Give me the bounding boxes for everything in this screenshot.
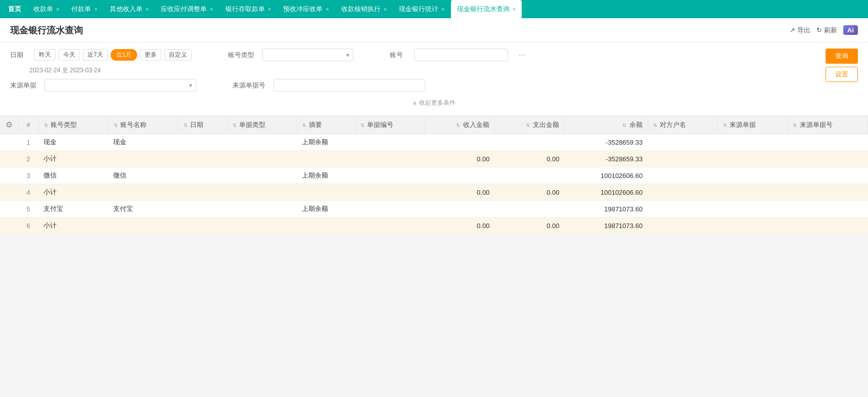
sort-icon-source-doc: ⇅ — [723, 122, 727, 128]
col-source-doc-no[interactable]: ⇅ 来源单据号 — [787, 116, 867, 134]
table-row[interactable]: 6小计0.000.0019871073.60 — [0, 217, 868, 234]
cell-date — [178, 167, 227, 184]
account-type-select-wrapper — [262, 49, 353, 61]
cell-index: 2 — [18, 151, 38, 167]
col-date[interactable]: ⇅ 日期 — [178, 116, 227, 134]
close-other-income-icon[interactable]: × — [146, 6, 149, 12]
nav-item-cash-flow[interactable]: 现金银行流水查询 × — [451, 0, 522, 18]
cell-row-actions — [0, 184, 18, 201]
close-prepay-offset-icon[interactable]: × — [326, 6, 329, 12]
date-btn-7days[interactable]: 近7天 — [83, 49, 108, 61]
cell-date — [178, 184, 227, 201]
cell-account-name — [108, 151, 178, 167]
col-summary[interactable]: ⇅ 摘要 — [297, 116, 355, 134]
sort-icon-doc-no: ⇅ — [360, 122, 364, 128]
cell-expense: 0.00 — [494, 184, 564, 201]
nav-item-other-income[interactable]: 其他收入单 × — [104, 0, 155, 18]
cell-source-doc-no — [787, 201, 867, 217]
col-account-type[interactable]: ⇅ 账号类型 — [38, 116, 108, 134]
col-balance[interactable]: ⇅ 余额 — [565, 116, 648, 134]
col-balance-label: 余额 — [629, 121, 643, 128]
account-more-icon[interactable]: ··· — [518, 51, 525, 60]
table-row[interactable]: 5支付宝支付宝上期余额19871073.60 — [0, 201, 868, 217]
col-doc-no-label: 单据编号 — [367, 121, 393, 128]
nav-label-prepay-offset: 预收冲应收单 — [283, 5, 323, 14]
table-row[interactable]: 1现金现金上期余额-3528659.33 — [0, 134, 868, 151]
top-navigation: 首页 收款单 × 付款单 × 其他收入单 × 应收应付调整单 × 银行存取款单 … — [0, 0, 868, 18]
sort-icon-balance: ⇅ — [622, 122, 626, 128]
nav-label-cash-stats: 现金银行统计 — [399, 5, 438, 14]
date-btn-custom[interactable]: 自定义 — [164, 49, 192, 61]
cell-counterparty — [648, 134, 717, 151]
refresh-button[interactable]: ↻ 刷新 — [816, 26, 837, 35]
cell-source-doc — [717, 201, 787, 217]
cell-expense — [494, 134, 564, 151]
date-btn-yesterday[interactable]: 昨天 — [34, 49, 56, 61]
cell-row-actions — [0, 167, 18, 184]
table-row[interactable]: 2小计0.000.00-3528659.33 — [0, 151, 868, 167]
col-source-doc[interactable]: ⇅ 来源单据 — [717, 116, 787, 134]
col-counterparty[interactable]: ⇅ 对方户名 — [648, 116, 717, 134]
nav-item-prepay-offset[interactable]: 预收冲应收单 × — [277, 0, 335, 18]
collapse-bar[interactable]: ∧ 收起更多条件 — [10, 97, 858, 109]
cell-account-name — [108, 217, 178, 234]
nav-label-ar-ap-adjust: 应收应付调整单 — [161, 5, 207, 14]
source-doc-no-input[interactable] — [273, 79, 425, 92]
date-btn-more[interactable]: 更多 — [140, 49, 161, 61]
close-cash-flow-icon[interactable]: × — [513, 6, 516, 12]
col-settings[interactable]: ⚙ — [0, 116, 18, 134]
close-payment-icon[interactable]: × — [94, 6, 97, 12]
cell-doc-type — [227, 184, 297, 201]
cell-row-actions — [0, 201, 18, 217]
account-input[interactable] — [414, 49, 508, 61]
close-ar-ap-adjust-icon[interactable]: × — [210, 6, 213, 12]
close-receipt-verify-icon[interactable]: × — [384, 6, 387, 12]
cell-doc-no — [355, 217, 425, 234]
nav-label-other-income: 其他收入单 — [110, 5, 143, 14]
col-doc-type[interactable]: ⇅ 单据类型 — [227, 116, 297, 134]
account-type-select[interactable] — [262, 49, 353, 61]
export-icon: ↗ — [790, 26, 795, 34]
nav-item-receipt-verify[interactable]: 收款核销执行 × — [335, 0, 393, 18]
cell-source-doc — [717, 151, 787, 167]
cell-date — [178, 151, 227, 167]
nav-item-cash-stats[interactable]: 现金银行统计 × — [393, 0, 450, 18]
filter-row-1: 日期 昨天 今天 近7天 近1月 更多 自定义 账号类型 账号 — [10, 49, 815, 61]
ai-button[interactable]: Ai — [843, 25, 858, 35]
close-bank-deposit-icon[interactable]: × — [268, 6, 271, 12]
date-label: 日期 — [10, 51, 26, 60]
query-button[interactable]: 查询 — [826, 49, 858, 64]
close-receipt-icon[interactable]: × — [56, 6, 59, 12]
nav-item-bank-deposit[interactable]: 银行存取款单 × — [219, 0, 277, 18]
nav-item-payment[interactable]: 付款单 × — [65, 0, 103, 18]
col-source-doc-no-label: 来源单据号 — [800, 121, 833, 128]
date-range-display: 2023-02-24 至 2023-03-24 — [29, 67, 101, 74]
cell-account-name: 现金 — [108, 134, 178, 151]
sort-icon-expense: ⇅ — [526, 122, 530, 128]
cell-expense: 0.00 — [494, 151, 564, 167]
settings-gear-icon[interactable]: ⚙ — [6, 120, 13, 129]
settings-button[interactable]: 设置 — [826, 67, 858, 82]
col-income[interactable]: ⇅ 收入金额 — [425, 116, 494, 134]
date-btn-1month[interactable]: 近1月 — [111, 49, 138, 61]
col-doc-no[interactable]: ⇅ 单据编号 — [355, 116, 425, 134]
table-row[interactable]: 4小计0.000.00100102606.60 — [0, 184, 868, 201]
col-expense[interactable]: ⇅ 支出金额 — [494, 116, 564, 134]
col-account-name[interactable]: ⇅ 账号名称 — [108, 116, 178, 134]
table-row[interactable]: 3微信微信上期余额100102606.60 — [0, 167, 868, 184]
cell-counterparty — [648, 167, 717, 184]
export-button[interactable]: ↗ 导出 — [790, 26, 810, 35]
col-account-type-label: 账号类型 — [51, 121, 77, 128]
close-cash-stats-icon[interactable]: × — [441, 6, 444, 12]
account-type-label: 账号类型 — [228, 51, 254, 60]
source-doc-no-label: 来源单据号 — [233, 81, 265, 90]
cell-income: 0.00 — [425, 217, 494, 234]
cell-expense — [494, 201, 564, 217]
export-label: 导出 — [797, 26, 810, 35]
nav-item-home[interactable]: 首页 — [2, 0, 27, 18]
cell-summary: 上期余额 — [297, 134, 355, 151]
nav-item-receipt[interactable]: 收款单 × — [27, 0, 65, 18]
source-doc-select[interactable] — [44, 79, 196, 92]
date-btn-today[interactable]: 今天 — [59, 49, 80, 61]
nav-item-ar-ap-adjust[interactable]: 应收应付调整单 × — [155, 0, 219, 18]
